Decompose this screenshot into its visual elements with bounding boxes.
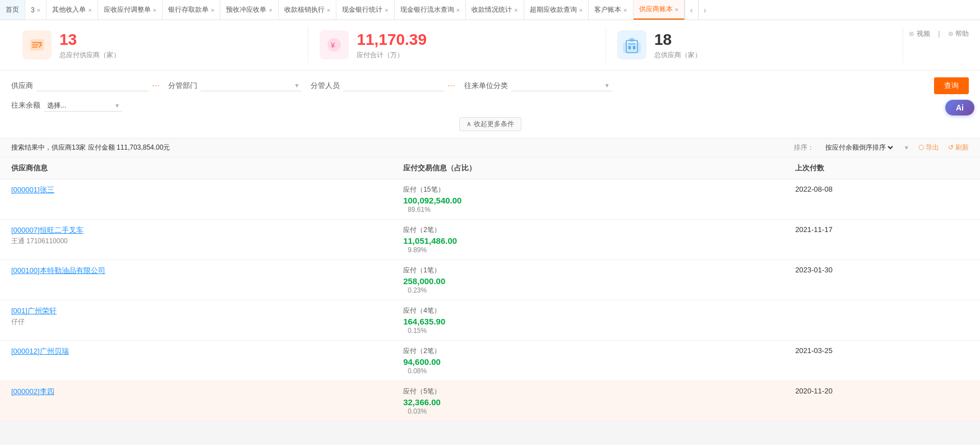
dept-select[interactable] <box>201 80 302 91</box>
nav-supplier-ledger[interactable]: 供应商账本 × <box>634 0 685 20</box>
person-dots-btn[interactable]: ··· <box>447 81 455 90</box>
balance-select[interactable]: 选择... <box>44 100 122 112</box>
supplier-cell: [000001]张三 <box>0 179 392 219</box>
tx-amount[interactable]: 11,051,486.00 <box>403 236 773 245</box>
filter-balance: 往来余额 选择... ▼ <box>11 100 122 112</box>
table-row: [000100]本特勒油品有限公司 应付（1笔） 258,000.00 0.23… <box>0 259 980 300</box>
tx-amount[interactable]: 94,600.00 <box>403 357 773 367</box>
nav-cash-bank-stat[interactable]: 现金银行统计 × <box>336 0 394 20</box>
query-button[interactable]: 查询 <box>934 77 969 94</box>
category-select-wrap: ▼ <box>511 80 612 91</box>
video-link[interactable]: ⊙ 视频 <box>909 29 930 39</box>
nav-cash-bank-flow[interactable]: 现金银行流水查询 × <box>395 0 466 20</box>
table-row: [000012]广州贝瑞 应付（2笔） 94,600.00 0.08% 2021… <box>0 340 980 381</box>
supplier-link[interactable]: [000002]李四 <box>11 387 54 396</box>
filter-category: 往来单位分类 ▼ <box>464 80 612 91</box>
filter-row-2: 往来余额 选择... ▼ <box>11 100 969 112</box>
help-link[interactable]: ⊙ 帮助 <box>948 29 969 39</box>
collapse-button[interactable]: ∧ 收起更多条件 <box>459 117 521 131</box>
nav-ar-ap-adjust[interactable]: 应收应付调整单 × <box>98 0 163 20</box>
filter-dept: 分管部门 ▼ <box>168 80 302 91</box>
nav-prepay-ar[interactable]: 预收冲应收单 × <box>220 0 278 20</box>
result-bar: 搜索结果中，供应商13家 应付金额 111,703,854.00元 排序： 按应… <box>0 138 980 157</box>
tx-percent: 0.23% <box>408 286 427 294</box>
sort-chevron-icon: ▼ <box>904 145 909 151</box>
refresh-button[interactable]: ↺ 刷新 <box>948 143 969 152</box>
nav-other-income[interactable]: 其他收入单 × <box>47 0 98 20</box>
supplier-input[interactable] <box>36 80 149 91</box>
close-icon[interactable]: × <box>579 7 583 13</box>
nav-receipt-exec[interactable]: 收款核销执行 × <box>279 0 336 20</box>
supplier-dots-btn[interactable]: ··· <box>152 81 159 90</box>
close-icon[interactable]: × <box>88 7 91 13</box>
nav-home[interactable]: 首页 <box>0 0 25 20</box>
svg-rect-6 <box>628 46 631 49</box>
supplier-link[interactable]: [000012]广州贝瑞 <box>11 347 69 355</box>
table-row: [000001]张三 应付（15笔） 100,092,540.00 89.61%… <box>0 179 980 219</box>
close-icon[interactable]: × <box>153 7 156 13</box>
tx-percent: 0.08% <box>408 367 427 375</box>
supplier-link[interactable]: [000001]张三 <box>11 186 54 194</box>
summary-text-payable-total: 11,170.39 应付合计（万） <box>357 30 427 60</box>
tx-amount[interactable]: 32,366.00 <box>403 397 773 407</box>
supplier-cell: [001]广州荣轩仔仔 <box>0 300 392 340</box>
close-icon[interactable]: × <box>37 7 40 13</box>
payable-suppliers-number: 13 <box>59 30 120 49</box>
svg-text:¥: ¥ <box>331 41 335 49</box>
category-select[interactable] <box>511 80 612 91</box>
nav-tab3[interactable]: 3 × <box>25 0 47 20</box>
summary-card-payable-suppliers: 13 总应付供应商（家） <box>11 27 308 63</box>
close-icon[interactable]: × <box>269 7 272 13</box>
tx-amount[interactable]: 164,635.90 <box>403 317 773 326</box>
sort-select[interactable]: 按应付余额倒序排序 <box>823 143 895 152</box>
total-suppliers-number: 18 <box>654 30 701 49</box>
nav-next-arrow[interactable]: › <box>698 0 711 20</box>
nav-bank-deposit[interactable]: 银行存取款单 × <box>163 0 220 20</box>
ai-button[interactable]: Ai <box>945 100 974 115</box>
close-icon[interactable]: × <box>514 7 517 13</box>
chevron-up-icon: ∧ <box>466 120 471 128</box>
close-icon[interactable]: × <box>675 6 678 13</box>
close-icon[interactable]: × <box>385 7 388 13</box>
summary-text-payable-suppliers: 13 总应付供应商（家） <box>59 30 120 60</box>
col-header-supplier: 供应商信息 <box>0 157 392 179</box>
export-button[interactable]: ⬡ 导出 <box>918 143 939 152</box>
tx-percent: 0.15% <box>408 327 427 335</box>
payable-total-label: 应付合计（万） <box>357 50 427 60</box>
supplier-cell: [000002]李四 <box>0 381 392 421</box>
tx-amount[interactable]: 100,092,540.00 <box>403 196 773 205</box>
last-pay-cell: 2021-11-17 <box>784 219 980 259</box>
close-icon[interactable]: × <box>211 7 214 13</box>
supplier-cell: [000100]本特勒油品有限公司 <box>0 259 392 300</box>
person-input[interactable] <box>343 80 444 91</box>
tx-cell: 应付（15笔） 100,092,540.00 89.61% <box>392 179 784 219</box>
top-links: ⊙ 视频 ｜ ⊙ 帮助 <box>909 27 969 39</box>
tx-label: 应付（5笔） <box>403 387 441 395</box>
balance-label: 往来余额 <box>11 100 40 110</box>
close-icon[interactable]: × <box>327 7 330 13</box>
col-header-tx: 应付交易信息（占比） <box>392 157 784 179</box>
payable-total-number: 11,170.39 <box>357 30 427 49</box>
tx-label: 应付（2笔） <box>403 226 441 234</box>
table-row: [000007]恒旺二手叉车王通 17106110000 应付（2笔） 11,0… <box>0 219 980 259</box>
data-table: 供应商信息 应付交易信息（占比） 上次付数 [000001]张三 应付（15笔）… <box>0 157 980 421</box>
nav-customer-ledger[interactable]: 客户账本 × <box>589 0 633 20</box>
tx-label: 应付（1笔） <box>403 266 441 274</box>
tx-label: 应付（2笔） <box>403 347 441 355</box>
supplier-link[interactable]: [001]广州荣轩 <box>11 307 57 315</box>
sort-label: 排序： <box>794 143 814 152</box>
close-icon[interactable]: × <box>623 7 627 13</box>
tx-percent: 9.89% <box>408 246 427 254</box>
summary-text-total-suppliers: 18 总供应商（家） <box>654 30 701 60</box>
last-pay-cell: 2022-08-08 <box>784 179 980 219</box>
tx-amount[interactable]: 258,000.00 <box>403 276 773 286</box>
supplier-link[interactable]: [000007]恒旺二手叉车 <box>11 226 84 234</box>
nav-prev-arrow[interactable]: ‹ <box>685 0 698 20</box>
balance-select-wrap: 选择... ▼ <box>44 100 122 112</box>
nav-overdue-ar[interactable]: 超期应收款查询 × <box>524 0 589 20</box>
close-icon[interactable]: × <box>456 7 460 13</box>
last-pay-cell <box>784 300 980 340</box>
nav-receipt-stat[interactable]: 收款情况统计 × <box>466 0 524 20</box>
result-info: 搜索结果中，供应商13家 应付金额 111,703,854.00元 <box>11 143 170 152</box>
supplier-link[interactable]: [000100]本特勒油品有限公司 <box>11 266 105 275</box>
